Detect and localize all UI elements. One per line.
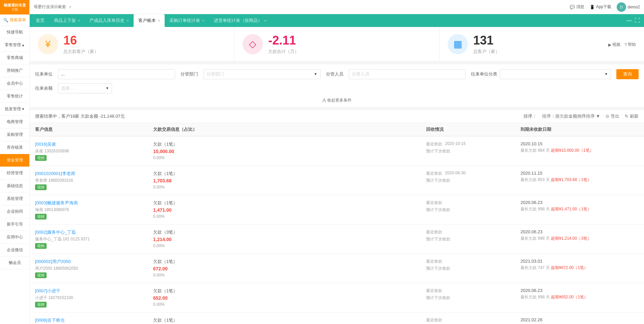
debt-amount-5: 652.00 (153, 295, 426, 301)
message-icon: 💬 (570, 5, 575, 9)
return-last-4: 最近收款 (426, 259, 521, 264)
return-next-5: 预计下次收款 (426, 295, 521, 301)
export-btn[interactable]: ⊙ 导出 (606, 113, 619, 119)
customer-name-6[interactable]: [0006]去下粮仓 (35, 317, 153, 323)
debt-percent-4: 0.00% (153, 273, 426, 277)
sidebar-item-marketing[interactable]: 营销推广 (0, 64, 29, 77)
unit-category-select[interactable]: ▼ (500, 69, 611, 79)
search-menu[interactable]: 🔍 搜索菜单 (0, 14, 29, 26)
overdue-days-5: 最长欠款 998 天 超期¥652.00（1笔） (521, 294, 639, 300)
video-icon: ▶ (608, 42, 611, 47)
person-input[interactable]: 分管人员 (349, 69, 466, 79)
expand-tabs-btn[interactable]: ⛶ (635, 18, 640, 24)
overdue-link-3[interactable]: 超期¥1,214.00（3笔） (551, 236, 591, 241)
filter-row-1: 往来单位 ... 分管部门 分管部门 ▼ 分管人员 分管人员 (35, 69, 639, 79)
sort-select[interactable]: 排序：按欠款金额倒序排序 ▼ (542, 113, 600, 119)
tab-purchase-order-stats-label: 采购订单统计表 (169, 18, 200, 24)
overdue-link-5[interactable]: 超期¥652.00（1笔） (551, 295, 588, 299)
overdue-link-4[interactable]: 超期¥672.00（1笔） (551, 265, 588, 270)
results-summary: 搜索结果中，客户16家 欠款金额 -21,148.07元 (35, 114, 125, 119)
table-row: [0006]去下粮仓 陈小希 现销 欠款（1笔） 455.90 0.00% 最近… (30, 313, 644, 324)
overdue-link-0[interactable]: 超期¥10,000.00（1笔） (551, 148, 594, 153)
overdue-info-1: 2020.11.15 最长欠款 853 天 超期¥1,703.68（1笔） (521, 171, 639, 183)
sidebar-item-capital-mgmt[interactable]: 资金管理 (0, 154, 29, 167)
unit-category-chevron-icon: ▼ (605, 72, 608, 76)
col-header-return: 回收情况 (426, 126, 521, 132)
customer-name-3[interactable]: [0002]服务中心_丁磊 (35, 229, 153, 235)
message-btn[interactable]: 💬 消息 (570, 4, 584, 10)
debt-customers-label: 总欠款客户（家） (63, 49, 99, 55)
tab-product-shelf[interactable]: 商品上下架 × (49, 14, 85, 27)
balance-select[interactable]: 选择... ▼ (58, 83, 112, 93)
sidebar-item-retail-mgmt[interactable]: 零售管理 ▲ (0, 39, 29, 52)
tab-product-history[interactable]: 产成品入库单历史 × (85, 14, 133, 27)
debt-amount-1: 1,703.68 (153, 178, 426, 183)
overdue-link-2[interactable]: 超期¥1,471.00（1笔） (551, 207, 591, 211)
tab-purchase-order-stats-close[interactable]: × (202, 19, 204, 23)
sidebar-item-ecom-mgmt[interactable]: 电商管理 (0, 116, 29, 128)
app-download-btn[interactable]: 📱 App下载 (590, 4, 611, 10)
from-unit-input[interactable]: ... (58, 69, 175, 79)
overdue-link-1[interactable]: 超期¥1,703.68（1笔） (551, 177, 591, 182)
sidebar-item-retail-store[interactable]: 零售商城 (0, 52, 29, 64)
sidebar-item-inventory[interactable]: 库存核算 (0, 141, 29, 154)
debt-count-6: 欠款（1笔） (153, 317, 426, 323)
table-row: [0007]小进干 小进干 18279152100 现销 欠款（1笔） 652.… (30, 283, 644, 313)
refresh-btn[interactable]: ↻ 刷新 (625, 113, 639, 119)
customer-name-0[interactable]: [0016]吴俊 (35, 141, 153, 147)
customer-name-4[interactable]: [000002]用户2050 (35, 259, 153, 265)
tab-purchase-stats-close[interactable]: × (264, 19, 266, 23)
debt-info-5: 欠款（1笔） 652.00 0.00% (153, 288, 426, 307)
return-last-3: 最近收款 (426, 229, 521, 235)
video-btn[interactable]: ▶ 视频 (608, 42, 620, 48)
sidebar-item-sys-mgmt[interactable]: 系统管理 (0, 193, 29, 205)
tab-home[interactable]: 首页 (31, 14, 49, 27)
sidebar-item-enterprise-wechat[interactable]: 企业微信 (0, 244, 29, 257)
person-dots: 分管人员 (352, 71, 369, 77)
dept-placeholder: 分管部门 (206, 71, 224, 77)
debt-count-5: 欠款（1笔） (153, 288, 426, 294)
collapse-button[interactable]: ⋀ 收起更多条件 (323, 97, 352, 103)
sidebar-item-enterprise-collab[interactable]: 企业协同 (0, 205, 29, 218)
table-row: [0002]服务中心_丁磊 服务中心_丁磊 181 0125 8371 现销 欠… (30, 225, 644, 254)
dept-chevron-icon: ▼ (314, 72, 317, 76)
debt-info-6: 欠款（1笔） 455.90 0.00% (153, 317, 426, 324)
sidebar-item-new-guide[interactable]: 新手引导 (0, 218, 29, 231)
user-menu[interactable]: D demo2 (617, 2, 640, 12)
tab-purchase-stats-by-product[interactable]: 进货单统计表（按商品） × (209, 14, 271, 27)
help-btn[interactable]: ? 帮助 (624, 42, 636, 48)
customer-info-0: [0016]吴俊 吴俊 13026203696 现销 (35, 141, 153, 161)
customer-name-2[interactable]: [0003]畅捷服务尹海燕 (35, 200, 153, 206)
sidebar-item-batch-mgmt[interactable]: 批发管理 ▼ (0, 103, 29, 116)
tab-product-history-close[interactable]: × (127, 19, 129, 23)
sidebar-item-purchase-mgmt[interactable]: 采购管理 (0, 128, 29, 141)
tab-customer-account[interactable]: 客户账本 × (134, 14, 165, 27)
tab-customer-account-close[interactable]: × (158, 19, 160, 23)
sidebar-item-retail-stats[interactable]: 零售统计 (0, 90, 29, 103)
sidebar-item-ops-mgmt[interactable]: 经营管理 (0, 167, 29, 180)
balance-chevron-icon: ▼ (106, 86, 109, 90)
overdue-days-3: 最长欠款 998 天 超期¥1,214.00（3笔） (521, 236, 639, 241)
customer-phone-4: 用户2050 18665062050 (35, 266, 153, 271)
company-name: 母婴行业演示账套 (34, 4, 66, 10)
sort-label: 排序： (524, 113, 537, 119)
results-bar: 搜索结果中，客户16家 欠款金额 -21,148.07元 排序： 排序：按欠款金… (30, 110, 644, 123)
overdue-info-0: 2020.10.15 最长欠款 884 天 超期¥10,000.00（1笔） (521, 141, 639, 153)
sidebar-item-quick-nav[interactable]: 快捷导航 (0, 26, 29, 39)
logo[interactable]: 畅捷通好生意 示胎 (0, 0, 29, 14)
sidebar-item-app-center[interactable]: 应用中心 (0, 231, 29, 244)
customer-name-1[interactable]: [0001020001]李老师 (35, 171, 153, 177)
stat-debt-customers: ¥ 16 总欠款客户（家） (30, 27, 234, 61)
customer-tag-5: 现销 (35, 302, 47, 307)
customer-name-5[interactable]: [0007]小进干 (35, 288, 153, 294)
total-customers-icon: ▦ (448, 34, 468, 54)
tab-purchase-order-stats[interactable]: 采购订单统计表 × (165, 14, 209, 27)
sidebar-item-vip-member[interactable]: 畅会员 (0, 257, 29, 269)
sidebar-item-basic-info[interactable]: 基础信息 (0, 180, 29, 193)
tab-product-shelf-close[interactable]: × (78, 19, 80, 23)
search-button[interactable]: 查询 (616, 69, 639, 79)
collapse-tabs-btn[interactable]: — (626, 18, 632, 24)
dept-select[interactable]: 分管部门 ▼ (203, 69, 320, 79)
sidebar-item-member-center[interactable]: 会员中心 (0, 77, 29, 90)
customer-tag-4: 现销 (35, 272, 47, 278)
